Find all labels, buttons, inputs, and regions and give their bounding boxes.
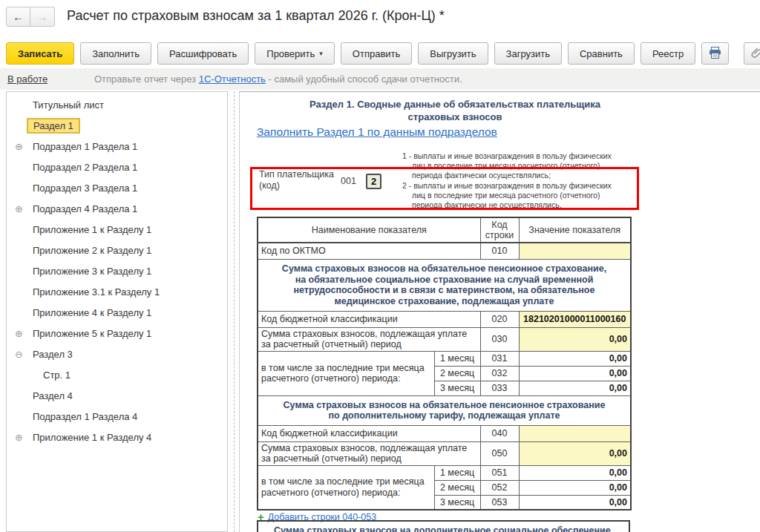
save-button[interactable]: Записать — [6, 42, 74, 65]
row-code: 050 — [480, 441, 519, 465]
forward-button[interactable]: → — [30, 7, 55, 27]
section1-header-text: Сумма страховых взносов на обязательное … — [258, 259, 631, 311]
table-row-051: в том числе за последние три месяца расч… — [258, 465, 631, 480]
sidebar-item-label: Стр. 1 — [43, 370, 71, 381]
sidebar-item-subsection2-1[interactable]: Подраздел 2 Раздела 1 — [7, 157, 227, 177]
month-033-value-field[interactable]: 0,00 — [519, 381, 631, 395]
total-050-value-field[interactable]: 0,00 — [519, 441, 631, 465]
sidebar-item-label: Приложение 5 к Разделу 1 — [33, 328, 151, 339]
sidebar-item-appendix1-1[interactable]: Приложение 1 к Разделу 1 — [7, 219, 227, 240]
sidebar-item-section3-page1[interactable]: Стр. 1 — [7, 364, 227, 385]
report-state-link[interactable]: В работе — [7, 73, 48, 85]
sidebar-item-label: Подраздел 1 Раздела 4 — [33, 411, 137, 422]
registry-button[interactable]: Реестр — [641, 42, 695, 65]
forward-arrow-icon: → — [37, 10, 48, 23]
month-053-value-field[interactable]: 0,00 — [519, 495, 631, 510]
month-032-value-field[interactable]: 0,00 — [519, 366, 631, 381]
row-name: Код бюджетной классификации — [258, 311, 480, 327]
oktmo-value-field[interactable] — [519, 243, 631, 259]
check-button[interactable]: Проверить ▾ — [255, 42, 335, 65]
sidebar-item-label: Приложение 3 к Разделу 1 — [33, 266, 151, 277]
sidebar-item-appendix1-4[interactable]: ⊕Приложение 1 к Разделу 4 — [7, 427, 227, 447]
row-code: 032 — [480, 366, 519, 381]
app-window: ← → Расчет по страховым взносам за 1 ква… — [0, 0, 760, 532]
sidebar-item-label: Подраздел 4 Раздела 1 — [33, 203, 137, 214]
sidebar-item-label: Раздел 3 — [33, 349, 73, 360]
row-name: Сумма страховых взносов, подлежащая упла… — [258, 327, 480, 351]
sidebar-item-section1[interactable]: Раздел 1 — [7, 115, 227, 136]
table-row-031: в том числе за последние три месяца расч… — [258, 351, 631, 366]
sections-sidebar: Титульный лист Раздел 1 ⊕Подраздел 1 Раз… — [6, 91, 228, 532]
attach-button[interactable] — [744, 42, 760, 65]
row-name: Сумма страховых взносов, подлежащая упла… — [258, 441, 480, 465]
table-section1-header: Сумма страховых взносов на обязательное … — [258, 259, 631, 311]
panel-splitter[interactable] — [234, 91, 235, 532]
sidebar-item-appendix4-1[interactable]: Приложение 4 к Разделу 1 — [7, 302, 227, 323]
expand-plus-icon[interactable]: ⊕ — [15, 329, 23, 338]
sidebar-item-label: Приложение 4 к Разделу 1 — [33, 307, 151, 318]
sidebar-item-subsection1-4[interactable]: Подраздел 1 Раздела 4 — [7, 406, 227, 427]
month-051-value-field[interactable]: 0,00 — [519, 465, 631, 480]
kbk-040-value-field[interactable] — [519, 425, 631, 441]
fill-button[interactable]: Заполнить — [80, 42, 151, 65]
1c-reporting-link[interactable]: 1С-Отчетность — [199, 73, 266, 85]
status-message: Отправьте отчет через 1С-Отчетность - са… — [94, 73, 462, 85]
printer-icon — [709, 47, 721, 61]
fill-section1-link[interactable]: Заполнить Раздел 1 по данным подразделов — [257, 125, 497, 139]
back-button[interactable]: ← — [6, 7, 30, 27]
status-message-suffix: - самый удобный способ сдачи отчетности. — [269, 73, 462, 85]
row-code: 031 — [480, 351, 519, 366]
row-code: 052 — [480, 480, 519, 495]
back-arrow-icon: ← — [13, 10, 24, 23]
decipher-button[interactable]: Расшифровать — [157, 42, 249, 65]
sidebar-item-appendix2-1[interactable]: Приложение 2 к Разделу 1 — [7, 240, 227, 260]
expand-plus-icon[interactable]: ⊕ — [15, 142, 23, 151]
month-label: 1 месяц — [434, 351, 480, 366]
table-header-row: Наименование показателя Код строки Значе… — [258, 217, 631, 243]
sidebar-item-label: Подраздел 1 Раздела 1 — [33, 141, 137, 152]
col-header-value: Значение показателя — [519, 217, 631, 243]
print-button[interactable] — [701, 42, 729, 65]
sidebar-item-subsection3-1[interactable]: Подраздел 3 Раздела 1 — [7, 177, 227, 198]
payer-type-hint: 1 - выплаты и иные вознаграждения в поль… — [402, 151, 625, 210]
payer-type-input[interactable]: 2 — [366, 174, 381, 189]
kbk-020-value-field[interactable]: 18210201000011000160 — [519, 311, 631, 327]
import-button[interactable]: Загрузить — [494, 42, 562, 65]
row-code: 040 — [480, 425, 519, 441]
sidebar-item-section4[interactable]: Раздел 4 — [7, 385, 227, 406]
sections-tree: Титульный лист Раздел 1 ⊕Подраздел 1 Раз… — [7, 92, 227, 447]
sidebar-item-label: Раздел 4 — [33, 390, 73, 401]
sidebar-item-label: Приложение 1 к Разделу 4 — [33, 432, 151, 443]
sidebar-item-appendix3-1[interactable]: Приложение 3 к Разделу 1 — [7, 260, 227, 281]
status-message-prefix: Отправьте отчет через — [94, 73, 196, 85]
sidebar-item-label: Титульный лист — [33, 99, 104, 111]
table-row-oktmo: Код по ОКТМО 010 — [258, 243, 631, 259]
sidebar-item-appendix3_1-1[interactable]: Приложение 3.1 к Разделу 1 — [7, 281, 227, 302]
table-row-050: Сумма страховых взносов, подлежащая упла… — [258, 441, 631, 465]
expand-plus-icon[interactable]: ⊕ — [15, 204, 23, 214]
months-label: в том числе за последние три месяца расч… — [258, 351, 434, 395]
chevron-down-icon: ▾ — [319, 50, 323, 57]
sidebar-item-appendix5-1[interactable]: ⊕Приложение 5 к Разделу 1 — [7, 323, 227, 344]
export-button[interactable]: Выгрузить — [418, 42, 488, 65]
collapse-minus-icon[interactable]: ⊖ — [15, 349, 23, 359]
sidebar-item-label: Подраздел 2 Раздела 1 — [33, 162, 137, 173]
expand-plus-icon[interactable]: ⊕ — [15, 433, 23, 442]
row-code: 033 — [480, 381, 519, 395]
paperclip-icon — [751, 47, 760, 61]
month-031-value-field[interactable]: 0,00 — [519, 351, 631, 366]
sidebar-item-subsection4-1[interactable]: ⊕Подраздел 4 Раздела 1 — [7, 198, 227, 219]
sidebar-item-subsection1-1[interactable]: ⊕Подраздел 1 Раздела 1 — [7, 136, 227, 157]
status-bar: В работе Отправьте отчет через 1С-Отчетн… — [0, 68, 760, 90]
row-code: 010 — [480, 243, 519, 259]
sidebar-item-label: Приложение 2 к Разделу 1 — [33, 245, 151, 256]
sidebar-item-section3[interactable]: ⊖Раздел 3 — [7, 344, 227, 364]
table-row-020: Код бюджетной классификации 020 18210201… — [258, 311, 631, 327]
table-section2-header: Сумма страховых взносов на обязательное … — [258, 395, 631, 425]
sidebar-item-title-page[interactable]: Титульный лист — [7, 94, 227, 115]
month-052-value-field[interactable]: 0,00 — [519, 480, 631, 495]
total-030-value-field[interactable]: 0,00 — [519, 327, 631, 351]
compare-button[interactable]: Сравнить — [568, 42, 635, 65]
send-button[interactable]: Отправить — [341, 42, 412, 65]
toolbar: Записать Заполнить Расшифровать Проверит… — [6, 42, 760, 65]
